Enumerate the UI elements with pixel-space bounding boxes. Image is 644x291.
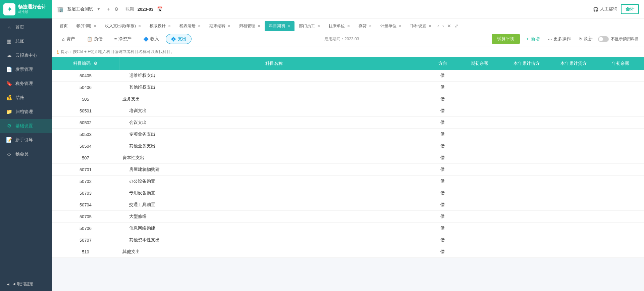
tab-yearend[interactable]: 期末结转 ✕	[205, 21, 235, 31]
table-row[interactable]: 50502 会议支出 借	[52, 117, 644, 129]
tab-taxform[interactable]: 税表清册 ✕	[175, 21, 205, 31]
main-area: 🏢 基层工会测试 ▼ ＋ ⚙ 账期 2023-03 📅 🎧 人工咨询 会计 首页…	[52, 0, 644, 291]
tab-close-icon[interactable]: ✕	[138, 24, 141, 28]
logo-icon: ✦	[3, 3, 15, 15]
sidebar-item-ledger[interactable]: ▦ 总账	[0, 34, 52, 48]
subtab-asset[interactable]: ⌂ 资产	[57, 34, 80, 44]
tab-label: 币种设置	[410, 23, 426, 29]
settings-icon[interactable]: ⚙	[114, 6, 119, 12]
th-name: 科目名称	[119, 57, 429, 70]
equity-icon: ≡	[114, 37, 117, 42]
cell-name: 专项业务支出	[119, 129, 429, 140]
tab-close-all-btn[interactable]: ✕	[445, 21, 453, 31]
sidebar-item-label: 首页	[15, 24, 24, 30]
company-dropdown-icon[interactable]: ▼	[97, 7, 101, 11]
subtab-equity[interactable]: ≡ 净资产	[109, 34, 137, 44]
tab-close-icon[interactable]: ✕	[168, 24, 171, 28]
refresh-button[interactable]: ↻ 刷新	[576, 34, 595, 44]
tab-close-icon[interactable]: ✕	[258, 24, 260, 28]
subtab-label: 支出	[178, 36, 186, 42]
sidebar-item-tax[interactable]: 🔖 税务管理	[0, 77, 52, 91]
tab-counterpart[interactable]: 往来单位 ✕	[324, 21, 354, 31]
subject-table: 科目编码 ⚙ 科目名称 方向 期初余额 本年累计借方	[52, 57, 644, 258]
tab-close-icon[interactable]: ✕	[429, 24, 431, 28]
tab-home[interactable]: 首页	[55, 21, 72, 31]
th-code: 科目编码 ⚙	[52, 57, 119, 70]
cell-ytd-credit	[550, 187, 597, 199]
table-row[interactable]: 50504 其他业务支出 借	[52, 140, 644, 152]
add-button[interactable]: ＋ 新增	[523, 34, 542, 44]
cell-name: 办公设备购置	[119, 176, 429, 187]
cell-dir: 借	[429, 140, 456, 152]
toggle-switch[interactable]	[598, 36, 609, 42]
cell-name: 资本性支出	[119, 152, 429, 164]
sidebar-collapse[interactable]: ◄ ◄ 取消固定	[0, 277, 52, 291]
tab-close-icon[interactable]: ✕	[228, 24, 230, 28]
settings-icon: ⚙	[6, 123, 12, 129]
subtab-expense[interactable]: 💠 支出	[166, 34, 192, 44]
table-row[interactable]: 50405 运维维权支出 借	[52, 70, 644, 82]
table-row[interactable]: 50406 其他维权支出 借	[52, 82, 644, 93]
calendar-icon[interactable]: 📅	[157, 6, 163, 12]
tab-currency[interactable]: 币种设置 ✕	[406, 21, 436, 31]
cell-opening	[456, 105, 503, 117]
table-row[interactable]: 50704 交通工具购置 借	[52, 199, 644, 211]
table-row[interactable]: 50702 办公设备购置 借	[52, 176, 644, 187]
table-row[interactable]: 50707 其他资本性支出 借	[52, 234, 644, 246]
tab-template[interactable]: 模版设计 ✕	[145, 21, 175, 31]
table-row[interactable]: 50703 专用设备购置 借	[52, 187, 644, 199]
table-row[interactable]: 505 业务支出 借	[52, 93, 644, 105]
cell-ytd-debit	[503, 199, 550, 211]
table-row[interactable]: 50501 培训支出 借	[52, 105, 644, 117]
tab-close-icon[interactable]: ✕	[369, 24, 372, 28]
tab-subject-init[interactable]: 科目期初 ✕	[265, 21, 294, 31]
accounting-button[interactable]: 会计	[621, 4, 639, 14]
col-settings-icon[interactable]: ⚙	[94, 61, 98, 66]
cell-year-opening	[597, 129, 644, 140]
tab-next-btn[interactable]: ›	[441, 21, 446, 31]
table-row[interactable]: 510 其他支出 借	[52, 246, 644, 258]
tab-close-icon[interactable]: ✕	[399, 24, 401, 28]
tab-label: 科目期初	[269, 23, 285, 29]
sidebar: ✦ 畅捷通好会计 标准版 ⌂ 首页 ▦ 总账 ☁ 云报表中心 📄 发票管理 🔖 …	[0, 0, 52, 291]
table-row[interactable]: 507 资本性支出 借	[52, 152, 644, 164]
sidebar-item-invoice[interactable]: 📄 发票管理	[0, 62, 52, 77]
subtab-liability[interactable]: 📋 负债	[82, 34, 108, 44]
sidebar-item-guide[interactable]: 📝 新手引导	[0, 133, 52, 147]
tab-close-icon[interactable]: ✕	[94, 24, 96, 28]
sidebar-item-close[interactable]: 💰 结账	[0, 91, 52, 105]
logo-area: ✦ 畅捷通好会计 标准版	[0, 0, 52, 18]
table-wrap[interactable]: 科目编码 ⚙ 科目名称 方向 期初余额 本年累计借方	[52, 57, 644, 291]
tab-income[interactable]: 收入支出表(年报) ✕	[101, 21, 145, 31]
tab-close-icon[interactable]: ✕	[347, 24, 350, 28]
tab-unit[interactable]: 计量单位 ✕	[376, 21, 406, 31]
th-ytd-debit-label: 本年累计借方	[514, 61, 540, 66]
add-company-icon[interactable]: ＋	[106, 6, 111, 13]
sidebar-item-member[interactable]: ◇ 畅会员	[0, 147, 52, 161]
sidebar-item-archive[interactable]: 📁 归档管理	[0, 105, 52, 119]
table-row[interactable]: 50706 信息网络购建 借	[52, 223, 644, 234]
tab-close-icon[interactable]: ✕	[287, 24, 290, 28]
sidebar-item-settings[interactable]: ⚙ 基础设置	[0, 119, 52, 133]
table-row[interactable]: 50701 房屋建筑物购建 借	[52, 164, 644, 176]
tab-filing[interactable]: 归档管理 ✕	[235, 21, 265, 31]
cell-name: 会议支出	[119, 117, 429, 129]
tab-mid[interactable]: 帐(中期) ✕	[72, 21, 101, 31]
tab-dept[interactable]: 部门员工 ✕	[294, 21, 324, 31]
tab-close-icon[interactable]: ✕	[317, 24, 320, 28]
sidebar-item-home[interactable]: ⌂ 首页	[0, 20, 52, 34]
tab-inventory[interactable]: 存货 ✕	[354, 21, 376, 31]
tab-prev-btn[interactable]: ‹	[436, 21, 441, 31]
cell-dir: 借	[429, 187, 456, 199]
subtab-income[interactable]: 🔷 收入	[138, 34, 164, 44]
tab-close-icon[interactable]: ✕	[198, 24, 201, 28]
tab-expand-btn[interactable]: ⤢	[453, 21, 460, 31]
tab-label: 部门员工	[299, 23, 315, 29]
sidebar-item-cloud[interactable]: ☁ 云报表中心	[0, 48, 52, 62]
support-button[interactable]: 🎧 人工咨询	[593, 6, 618, 12]
calc-balance-button[interactable]: 试算平衡	[492, 34, 520, 44]
more-button[interactable]: ⋯ 更多操作	[545, 34, 574, 44]
cell-ytd-debit	[503, 140, 550, 152]
table-row[interactable]: 50503 专项业务支出 借	[52, 129, 644, 140]
table-row[interactable]: 50705 大型修缮 借	[52, 211, 644, 223]
